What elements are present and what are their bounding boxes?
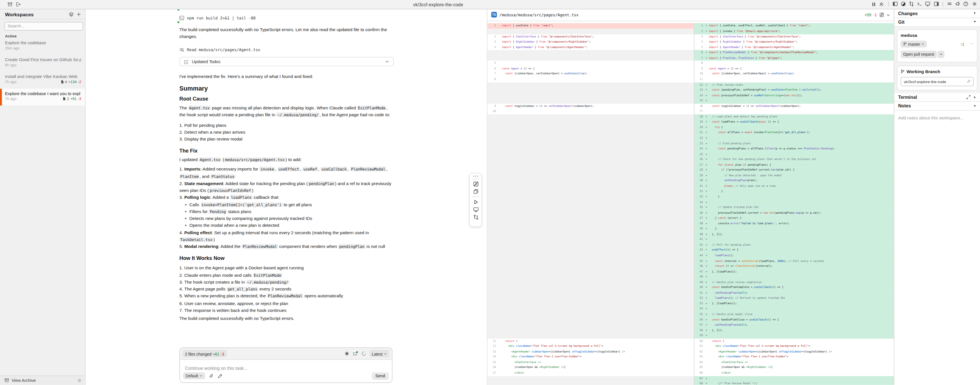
changes-section-header[interactable]: Changes <box>894 9 980 18</box>
layers-icon[interactable] <box>69 12 74 17</box>
run-icon[interactable] <box>473 199 479 205</box>
monitor-icon[interactable] <box>473 207 479 212</box>
diff-line-old: 7 const [sidebarOpen, setSidebarOpen] = … <box>487 72 694 77</box>
copy-icon[interactable] <box>473 189 479 194</box>
diff-gap <box>487 194 694 200</box>
diff-line-new: 15+ <box>694 98 894 104</box>
diff-line-new: 53+ }, [loadPlans]); <box>694 301 894 307</box>
branch-dropdown[interactable]: master <box>900 40 927 47</box>
diff-whitespace-icon[interactable] <box>473 181 479 187</box>
diff-row: 16 {sidebarOpen && <RightSidebar />}65 {… <box>487 365 894 371</box>
diff-file-header[interactable]: TS /medusa/medusa/src/pages/Agent.tsx +5… <box>487 9 894 21</box>
open-pull-request-button[interactable]: Open pull request <box>900 50 937 58</box>
list-item: 3.Polling logic: Added a loadPlans callb… <box>180 194 394 201</box>
add-workspace-icon[interactable] <box>76 12 81 17</box>
diff-gap <box>487 205 694 210</box>
diff-gap <box>487 226 694 232</box>
diff-row: 50+ const handlePlanComplete = useCallba… <box>487 285 894 291</box>
workspace-item-2[interactable]: Install and integrate Vibe Kanban Web 7h… <box>0 72 85 89</box>
floating-toolbar <box>469 173 482 227</box>
view-archive-button[interactable]: View Archive 0 <box>0 375 85 385</box>
collapse-file-icon[interactable] <box>886 13 890 17</box>
diff-line-new: 65 {sidebarOpen && <RightSidebar />} <box>694 365 894 371</box>
workspace-item-3[interactable]: Explore the codebase I want you to expl … <box>0 89 85 105</box>
megaphone-icon[interactable] <box>955 2 961 7</box>
diff-line-old: 1-import { useState } from "react"; <box>487 24 694 29</box>
diff-gap <box>487 146 694 152</box>
repo-menu-icon[interactable]: ⋯ <box>969 43 974 45</box>
diff-gap <box>487 120 694 125</box>
workspace-title: Install and integrate Vibe Kanban Web <box>5 74 81 78</box>
message-composer: 2 files changed +61 -3 Latest Continue w… <box>180 347 393 383</box>
todo-list-icon[interactable] <box>352 351 358 356</box>
message-input[interactable]: Continue working on this task... <box>185 366 248 371</box>
list-item: 1.Imports: Added necessary imports for i… <box>180 166 394 180</box>
spark-icon[interactable] <box>344 351 349 356</box>
git-section-header[interactable]: Git <box>894 18 980 27</box>
diff-row: 12+ // Plan review state <box>487 82 894 88</box>
view-archive-label: View Archive <box>11 378 76 382</box>
collapse-up-icon[interactable] <box>879 2 884 7</box>
notes-section-header[interactable]: Notes <box>894 102 980 111</box>
send-button[interactable]: Send <box>372 372 389 380</box>
contrast-icon[interactable] <box>901 2 906 7</box>
read-icon <box>180 47 184 52</box>
chevron-right-icon <box>973 11 976 15</box>
chevron-down-icon <box>199 374 202 377</box>
diff-split-view[interactable]: 1-import { useState } from "react";1+imp… <box>487 22 894 385</box>
pen-icon[interactable] <box>218 374 223 379</box>
workspace-search-input[interactable]: Search... <box>4 22 83 30</box>
updated-todos-collapsible[interactable]: Updated Todos <box>180 57 394 66</box>
diff-line-new: 46+ return () => clearInterval(interval)… <box>694 264 894 269</box>
diff-line-new: 16 const toggleSidebar = () => setSideba… <box>694 103 894 109</box>
diff-line-new: 50+ const handlePlanComplete = useCallba… <box>694 285 894 291</box>
working-branch-input[interactable]: vk/3ccf-explore-the-code <box>900 76 974 86</box>
agent-chat-panel[interactable]: npm run build 2>&1 | tail -80The build c… <box>86 9 488 385</box>
workspace-item-0[interactable]: Explore the codebase 35m ago <box>0 38 85 55</box>
list-item: 4.The Agent page polls get_all_plans eve… <box>180 286 394 293</box>
diff-gap <box>487 237 694 242</box>
notes-input[interactable]: Add notes about this workspace... <box>894 111 980 125</box>
diff-line-old: 9 const toggleSidebar = () => setSidebar… <box>487 103 694 109</box>
diff-row: 7 const [sidebarOpen, setSidebarOpen] = … <box>487 72 894 77</box>
svg-text:?: ? <box>965 3 967 6</box>
tool-call-row[interactable]: npm run build 2>&1 | tail -80 <box>180 16 394 21</box>
model-dropdown[interactable]: Default <box>183 373 205 380</box>
git-compare-icon[interactable] <box>909 2 914 7</box>
diff-viewer: TS /medusa/medusa/src/pages/Agent.tsx +5… <box>487 9 894 385</box>
attach-icon[interactable] <box>209 374 214 379</box>
terminal-icon[interactable] <box>917 2 923 7</box>
workspace-title: Explore the codebase I want you to expl <box>5 91 81 95</box>
help-icon[interactable]: ? <box>963 2 969 7</box>
diff-row: 48+ <box>487 274 894 280</box>
tool-call-row[interactable]: Read medusa/src/pages/Agent.tsx <box>180 47 394 52</box>
panel-left-icon[interactable] <box>892 2 898 7</box>
settings-icon[interactable] <box>971 2 977 7</box>
whitespace-toggle-icon[interactable] <box>879 13 884 17</box>
inline-code: pendingPlan <box>338 245 366 249</box>
workspace-item-1[interactable]: Create Good First Issues on Github So p … <box>0 55 85 72</box>
diff-row: 51+ setPendingPlan(null); <box>487 291 894 296</box>
chevron-down-icon <box>384 352 387 355</box>
pr-options-button[interactable] <box>937 50 945 58</box>
diff-line-old: 10 <box>487 109 694 114</box>
spinner-icon <box>361 351 366 356</box>
monitor-icon[interactable] <box>925 2 931 7</box>
latest-dropdown[interactable]: Latest <box>369 350 389 357</box>
diff-row: 1017 <box>487 109 894 114</box>
diff-row: 44+ loadPlans(); <box>487 253 894 258</box>
drag-handle[interactable] <box>473 176 478 177</box>
panel-right-icon[interactable] <box>934 2 939 7</box>
inline-code: previousPlanIdsRef <box>209 188 252 192</box>
diff-line-new: 3import { ChatInterface } from "@/compon… <box>694 34 894 40</box>
divider <box>943 2 943 6</box>
ahead-count: ↑1 <box>960 42 964 46</box>
diff-file-path: /medusa/medusa/src/pages/Agent.tsx <box>500 13 862 17</box>
diff-line-new: 42+ // Poll for pending plans <box>694 242 894 248</box>
terminal-section-header[interactable]: Terminal <box>894 93 980 102</box>
files-changed-chip[interactable]: 2 files changed +61 -3 <box>183 350 227 357</box>
diff-stats: 2+61-3 <box>62 97 81 100</box>
menu-icon[interactable] <box>947 2 953 7</box>
pause-icon[interactable] <box>871 2 876 7</box>
git-compare-icon[interactable] <box>473 214 479 220</box>
